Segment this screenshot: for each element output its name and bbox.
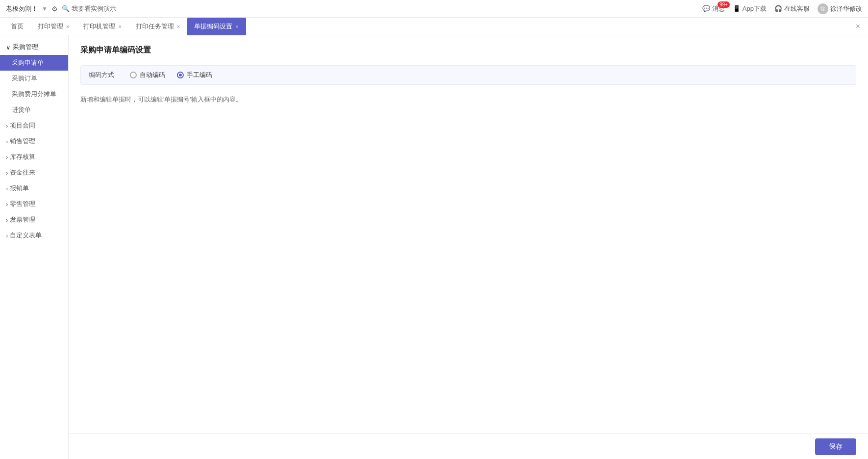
sidebar-item-purchase-order[interactable]: 采购订单 — [0, 71, 68, 86]
chevron-right-icon: › — [6, 232, 8, 239]
tab-print-task-mgmt[interactable]: 打印任务管理 × — [129, 18, 187, 35]
app-download-label: App下载 — [743, 4, 767, 13]
user-name: 徐泽华修改 — [830, 4, 862, 13]
chevron-right-icon: › — [6, 185, 8, 192]
tab-bar-close-icon[interactable]: × — [852, 22, 864, 31]
tab-print-task-mgmt-close-icon[interactable]: × — [177, 24, 180, 29]
tab-home[interactable]: 首页 — [4, 18, 31, 35]
content-area: 采购申请单编码设置 编码方式 自动编码 手工编码 新增和编辑单据时，可以编辑'单… — [69, 35, 868, 459]
sidebar-group-invoice[interactable]: › 发票管理 — [0, 212, 68, 228]
main-layout: ∨ 采购管理 采购申请单 采购订单 采购费用分摊单 进货单 › 项目合同 › 销… — [0, 35, 868, 459]
app-download-button[interactable]: 📱 App下载 — [733, 4, 767, 13]
sidebar-group-inventory-label: 库存核算 — [10, 153, 35, 161]
chevron-down-icon: ∨ — [6, 44, 11, 51]
online-service-icon: 🎧 — [774, 5, 782, 12]
chevron-right-icon: › — [6, 122, 8, 129]
user-profile[interactable]: 徐 徐泽华修改 — [818, 3, 862, 14]
radio-manual-code-label: 手工编码 — [187, 71, 212, 79]
search-icon: 🔍 — [62, 5, 70, 12]
sidebar-item-incoming[interactable]: 进货单 — [0, 102, 68, 118]
message-badge: 99+ — [718, 1, 730, 8]
tab-print-task-mgmt-label: 打印任务管理 — [136, 22, 174, 31]
sidebar-group-expense-report[interactable]: › 报销单 — [0, 180, 68, 196]
app-download-icon: 📱 — [733, 5, 741, 12]
sidebar: ∨ 采购管理 采购申请单 采购订单 采购费用分摊单 进货单 › 项目合同 › 销… — [0, 35, 69, 459]
tab-printer-mgmt-close-icon[interactable]: × — [118, 24, 121, 29]
sidebar-group-custom-form-label: 自定义表单 — [10, 231, 42, 240]
tab-voucher-code-setting-label: 单据编码设置 — [194, 22, 232, 31]
tab-print-mgmt-label: 打印管理 — [38, 22, 63, 31]
sidebar-group-sales-mgmt[interactable]: › 销售管理 — [0, 133, 68, 149]
settings-icon[interactable]: ⚙ — [51, 5, 58, 13]
sidebar-group-funds-label: 资金往来 — [10, 168, 35, 177]
online-service-button[interactable]: 🎧 在线客服 — [774, 4, 810, 13]
online-service-label: 在线客服 — [784, 4, 810, 13]
brand-label: 老板勿割！ — [6, 4, 38, 13]
search-demo[interactable]: 🔍 我要看实例演示 — [62, 4, 116, 13]
chevron-right-icon: › — [6, 138, 8, 145]
sidebar-group-inventory[interactable]: › 库存核算 — [0, 149, 68, 165]
avatar: 徐 — [818, 3, 828, 14]
radio-auto-code-label: 自动编码 — [140, 71, 165, 79]
encoding-method-label: 编码方式 — [89, 71, 114, 79]
radio-auto-code[interactable]: 自动编码 — [130, 71, 165, 79]
tab-print-mgmt-close-icon[interactable]: × — [66, 24, 69, 29]
chevron-right-icon: › — [6, 169, 8, 177]
tab-voucher-code-setting-close-icon[interactable]: × — [235, 24, 238, 29]
radio-manual-code[interactable]: 手工编码 — [177, 71, 212, 79]
sidebar-group-purchase-mgmt[interactable]: ∨ 采购管理 — [0, 39, 68, 55]
encoding-radio-group: 自动编码 手工编码 — [130, 71, 212, 79]
tab-printer-mgmt-label: 打印机管理 — [83, 22, 115, 31]
footer: 保存 — [69, 434, 868, 459]
sidebar-group-invoice-label: 发票管理 — [10, 215, 35, 224]
top-bar-right: 💬 消息 99+ 📱 App下载 🎧 在线客服 徐 徐泽华修改 — [702, 3, 862, 14]
tab-voucher-code-setting[interactable]: 单据编码设置 × — [187, 18, 246, 35]
content-inner: 采购申请单编码设置 编码方式 自动编码 手工编码 新增和编辑单据时，可以编辑'单… — [69, 35, 868, 434]
top-bar-left: 老板勿割！ ▼ ⚙ 🔍 我要看实例演示 — [6, 4, 116, 13]
chevron-right-icon: › — [6, 201, 8, 208]
sidebar-item-incoming-label: 进货单 — [12, 106, 31, 113]
top-bar: 老板勿割！ ▼ ⚙ 🔍 我要看实例演示 💬 消息 99+ 📱 App下载 🎧 在… — [0, 0, 868, 18]
sidebar-group-project-contract[interactable]: › 项目合同 — [0, 118, 68, 133]
sidebar-group-project-contract-label: 项目合同 — [10, 121, 35, 130]
message-button[interactable]: 💬 消息 99+ — [702, 4, 725, 13]
sidebar-group-sales-mgmt-label: 销售管理 — [10, 137, 35, 146]
hint-text: 新增和编辑单据时，可以编辑'单据编号'输入框中的内容。 — [80, 95, 856, 105]
tab-printer-mgmt[interactable]: 打印机管理 × — [76, 18, 128, 35]
chevron-right-icon: › — [6, 153, 8, 161]
sidebar-item-purchase-order-label: 采购订单 — [12, 75, 37, 82]
brand-chevron-icon[interactable]: ▼ — [42, 5, 48, 12]
tab-print-mgmt[interactable]: 打印管理 × — [31, 18, 76, 35]
sidebar-group-purchase-mgmt-label: 采购管理 — [13, 43, 38, 51]
sidebar-item-purchase-request[interactable]: 采购申请单 — [0, 55, 68, 71]
encoding-row: 编码方式 自动编码 手工编码 — [80, 65, 856, 85]
sidebar-group-custom-form[interactable]: › 自定义表单 — [0, 228, 68, 243]
sidebar-group-retail-label: 零售管理 — [10, 200, 35, 208]
radio-manual-code-circle[interactable] — [177, 72, 184, 78]
message-icon: 💬 — [702, 5, 710, 12]
sidebar-item-purchase-expense-label: 采购费用分摊单 — [12, 90, 56, 98]
search-demo-text: 我要看实例演示 — [72, 4, 116, 13]
page-title: 采购申请单编码设置 — [80, 45, 856, 55]
chevron-right-icon: › — [6, 216, 8, 224]
sidebar-group-funds[interactable]: › 资金往来 — [0, 165, 68, 180]
sidebar-item-purchase-request-label: 采购申请单 — [12, 59, 44, 66]
save-button[interactable]: 保存 — [815, 438, 856, 455]
tab-home-label: 首页 — [11, 22, 24, 31]
sidebar-item-purchase-expense[interactable]: 采购费用分摊单 — [0, 86, 68, 102]
sidebar-group-retail[interactable]: › 零售管理 — [0, 196, 68, 212]
radio-auto-code-circle[interactable] — [130, 72, 137, 78]
sidebar-group-expense-report-label: 报销单 — [10, 184, 29, 193]
tab-bar: 首页 打印管理 × 打印机管理 × 打印任务管理 × 单据编码设置 × × — [0, 18, 868, 35]
